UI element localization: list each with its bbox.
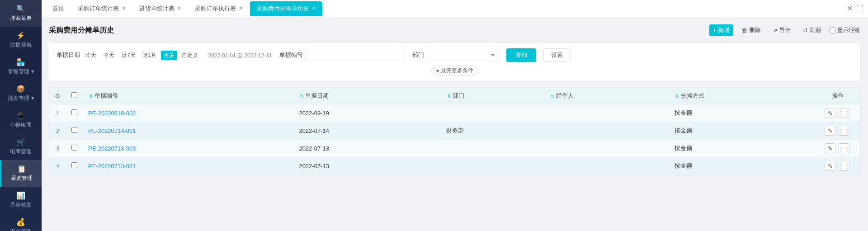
expand-window-icon[interactable]: ⛶ bbox=[856, 5, 863, 13]
row-checkbox-3[interactable] bbox=[71, 145, 77, 151]
tab-close-inbound-stats[interactable]: ✕ bbox=[177, 5, 181, 11]
row-dept-4 bbox=[441, 157, 544, 175]
refresh-icon: ↺ bbox=[803, 27, 808, 34]
finance-icon: 💰 bbox=[0, 218, 42, 226]
data-table: ⚙ ⇅ 单据编号 ⇅ 单据日期 bbox=[49, 88, 860, 175]
row-checkbox-2[interactable] bbox=[71, 127, 77, 133]
date-more[interactable]: 更多 bbox=[161, 51, 177, 60]
content-area: 采购费用分摊单历史 + 新增 🗑 删除 ↗ 导出 ↺ 刷新 显示明细 bbox=[42, 17, 868, 231]
wholesale-icon: 📦 bbox=[0, 85, 42, 93]
main-area: 首页 采购订单统计表 ✕ 进货单统计表 ✕ 采购订单执行表 ✕ 采购费用分摊单历… bbox=[42, 0, 868, 231]
row-handler-2 bbox=[544, 122, 669, 140]
tab-close-purchase-cost-history[interactable]: ✕ bbox=[312, 5, 316, 11]
row-doc-date-1: 2022-09-19 bbox=[293, 104, 441, 122]
doc-no-link-2[interactable]: PE-20220714-001 bbox=[88, 127, 136, 134]
row-seq-4: 4 bbox=[49, 157, 66, 175]
expand-row: ▾ 展开更多条件 bbox=[57, 66, 853, 76]
refresh-button[interactable]: ↺ 刷新 bbox=[799, 24, 825, 36]
row-dept-1 bbox=[441, 104, 544, 122]
row-handler-1 bbox=[544, 104, 669, 122]
edit-btn-2[interactable]: ✎ bbox=[825, 126, 835, 136]
show-cols-checkbox[interactable] bbox=[830, 28, 835, 33]
col-action: 操作 bbox=[815, 88, 860, 104]
sidebar-item-purchase[interactable]: 📋 采购管理 bbox=[0, 160, 42, 187]
sidebar-item-inventory[interactable]: 📊 库存核算 bbox=[0, 187, 42, 213]
tab-purchase-order-exec[interactable]: 采购订单执行表 ✕ bbox=[189, 1, 249, 16]
sidebar-item-wholesale[interactable]: 📦 批发管理 ▾ bbox=[0, 80, 42, 107]
tab-home[interactable]: 首页 bbox=[46, 1, 71, 16]
edit-btn-1[interactable]: ✎ bbox=[825, 108, 835, 118]
row-seq-2: 2 bbox=[49, 122, 66, 140]
delete-button[interactable]: 🗑 删除 bbox=[738, 24, 764, 36]
date-1month[interactable]: 近1月 bbox=[140, 51, 160, 60]
row-doc-no-3: PE-20220713-003 bbox=[83, 140, 293, 157]
sidebar-item-mobile[interactable]: 📱 小畅电商 bbox=[0, 107, 42, 133]
row-doc-no-1: PE-20220919-002 bbox=[83, 104, 293, 122]
doc-no-link-4[interactable]: PE-20220713-001 bbox=[88, 163, 136, 170]
show-cols-toggle[interactable]: 显示明细 bbox=[830, 26, 861, 34]
retail-icon: 🏪 bbox=[0, 58, 42, 66]
tab-close-purchase-order-exec[interactable]: ✕ bbox=[239, 5, 243, 11]
row-actions-4: ✎ ⋮⋮ bbox=[815, 157, 860, 175]
date-range-text: 2022-01-01 至 2022-12-31 bbox=[208, 52, 272, 60]
row-checkbox-4[interactable] bbox=[71, 162, 77, 168]
sidebar-item-finance[interactable]: 💰 资金管理 bbox=[0, 213, 42, 231]
row-doc-date-4: 2022-07-13 bbox=[293, 157, 441, 175]
table-row: 3 PE-20220713-003 2022-07-13 按金额 ✎ ⋮⋮ bbox=[49, 140, 860, 157]
settings-button[interactable]: 设置 bbox=[543, 48, 571, 62]
doc-no-label: 单据编号 bbox=[279, 51, 303, 59]
row-doc-no-2: PE-20220714-001 bbox=[83, 122, 293, 140]
doc-no-input[interactable] bbox=[306, 50, 405, 61]
select-all-checkbox[interactable] bbox=[71, 92, 77, 98]
export-icon: ↗ bbox=[773, 27, 778, 34]
dept-filter: 部门 财务部 bbox=[412, 50, 499, 61]
tab-purchase-order-stats[interactable]: 采购订单统计表 ✕ bbox=[71, 1, 132, 16]
sidebar-item-retail[interactable]: 🏪 零售管理 ▾ bbox=[0, 53, 42, 80]
page-title: 采购费用分摊单历史 bbox=[49, 26, 114, 35]
row-doc-date-2: 2022-07-14 bbox=[293, 122, 441, 140]
toolbar: + 新增 🗑 删除 ↗ 导出 ↺ 刷新 显示明细 bbox=[709, 24, 861, 36]
more-btn-2[interactable]: ⋮⋮ bbox=[839, 126, 849, 136]
sort-icon-split: ⇅ bbox=[675, 94, 679, 99]
date-today[interactable]: 今天 bbox=[101, 51, 117, 60]
mobile-icon: 📱 bbox=[0, 111, 42, 120]
doc-no-link-3[interactable]: PE-20220713-003 bbox=[88, 145, 136, 152]
tab-close-purchase-order-stats[interactable]: ✕ bbox=[122, 5, 126, 11]
date-filter-label: 单据日期 bbox=[57, 51, 80, 59]
row-dept-2: 财务部 bbox=[441, 122, 544, 140]
row-doc-no-4: PE-20220713-001 bbox=[83, 157, 293, 175]
more-btn-1[interactable]: ⋮⋮ bbox=[839, 108, 849, 118]
date-yesterday[interactable]: 昨天 bbox=[83, 51, 99, 60]
date-7days[interactable]: 近7天 bbox=[119, 51, 138, 60]
tab-inbound-stats[interactable]: 进货单统计表 ✕ bbox=[133, 1, 188, 16]
more-btn-4[interactable]: ⋮⋮ bbox=[839, 161, 849, 171]
export-button[interactable]: ↗ 导出 bbox=[769, 24, 795, 36]
row-checkbox-1[interactable] bbox=[71, 109, 77, 115]
delete-icon: 🗑 bbox=[741, 27, 747, 34]
row-check-1 bbox=[66, 104, 83, 122]
edit-btn-3[interactable]: ✎ bbox=[825, 143, 835, 153]
dept-select[interactable]: 财务部 bbox=[427, 50, 499, 61]
date-custom[interactable]: 自定义 bbox=[179, 51, 201, 60]
sidebar-item-quick-nav[interactable]: ⚡ 快捷导航 bbox=[0, 27, 42, 53]
table-row: 1 PE-20220919-002 2022-09-19 按金额 ✎ ⋮⋮ bbox=[49, 104, 860, 122]
tab-purchase-cost-history[interactable]: 采购费用分摊单历史 ✕ bbox=[250, 1, 322, 16]
close-all-tabs-icon[interactable]: ✕ bbox=[847, 4, 853, 13]
row-split-method-2: 按金额 bbox=[669, 122, 815, 140]
row-check-3 bbox=[66, 140, 83, 157]
col-doc-date: ⇅ 单据日期 bbox=[293, 88, 441, 104]
query-button[interactable]: 查询 bbox=[506, 48, 536, 62]
col-dept: ⇅ 部门 bbox=[441, 88, 544, 104]
table-settings-icon[interactable]: ⚙ bbox=[55, 92, 61, 99]
more-btn-3[interactable]: ⋮⋮ bbox=[839, 143, 849, 153]
col-handler: ⇅ 经手人 bbox=[544, 88, 669, 104]
sidebar-item-ecommerce[interactable]: 🛒 电商管理 bbox=[0, 133, 42, 160]
filter-row: 单据日期 昨天 今天 近7天 近1月 更多 自定义 2022-01-01 至 2… bbox=[57, 48, 853, 62]
sidebar-item-search[interactable]: 🔍 搜索菜单 bbox=[0, 0, 42, 27]
edit-btn-4[interactable]: ✎ bbox=[825, 161, 835, 171]
expand-more-btn[interactable]: ▾ 展开更多条件 bbox=[431, 66, 478, 76]
row-actions-2: ✎ ⋮⋮ bbox=[815, 122, 860, 140]
add-button[interactable]: + 新增 bbox=[709, 24, 733, 36]
col-split-method: ⇅ 分摊方式 bbox=[669, 88, 815, 104]
doc-no-link-1[interactable]: PE-20220919-002 bbox=[88, 110, 136, 117]
